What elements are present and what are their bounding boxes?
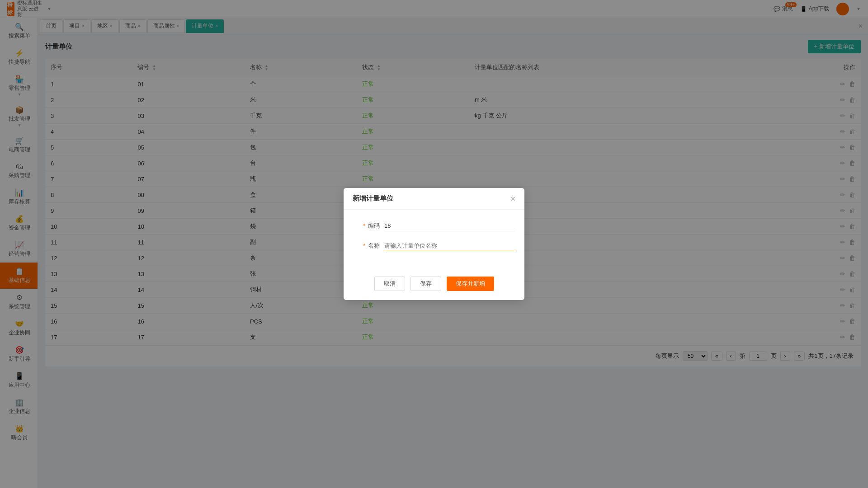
code-label: * 编码 — [353, 222, 380, 230]
modal-close-icon[interactable]: × — [510, 195, 515, 203]
code-input[interactable] — [384, 221, 515, 231]
name-input[interactable] — [384, 240, 515, 251]
save-button[interactable]: 保存 — [410, 277, 441, 291]
modal-overlay[interactable]: 新增计量单位 × * 编码 * 名称 取消 保存 保存并新增 — [0, 0, 868, 488]
code-required-mark: * — [363, 222, 365, 229]
name-label: * 名称 — [353, 242, 380, 250]
name-required-mark: * — [363, 242, 365, 249]
modal-footer: 取消 保存 保存并新增 — [344, 271, 524, 300]
modal-body: * 编码 * 名称 — [344, 210, 524, 271]
code-form-row: * 编码 — [353, 221, 515, 231]
add-unit-modal: 新增计量单位 × * 编码 * 名称 取消 保存 保存并新增 — [344, 188, 524, 300]
modal-title: 新增计量单位 — [353, 194, 393, 203]
cancel-button[interactable]: 取消 — [374, 277, 405, 291]
save-and-new-button[interactable]: 保存并新增 — [447, 277, 494, 291]
name-form-row: * 名称 — [353, 240, 515, 251]
code-label-text: 编码 — [368, 222, 380, 229]
name-label-text: 名称 — [368, 242, 380, 249]
modal-header: 新增计量单位 × — [344, 188, 524, 210]
